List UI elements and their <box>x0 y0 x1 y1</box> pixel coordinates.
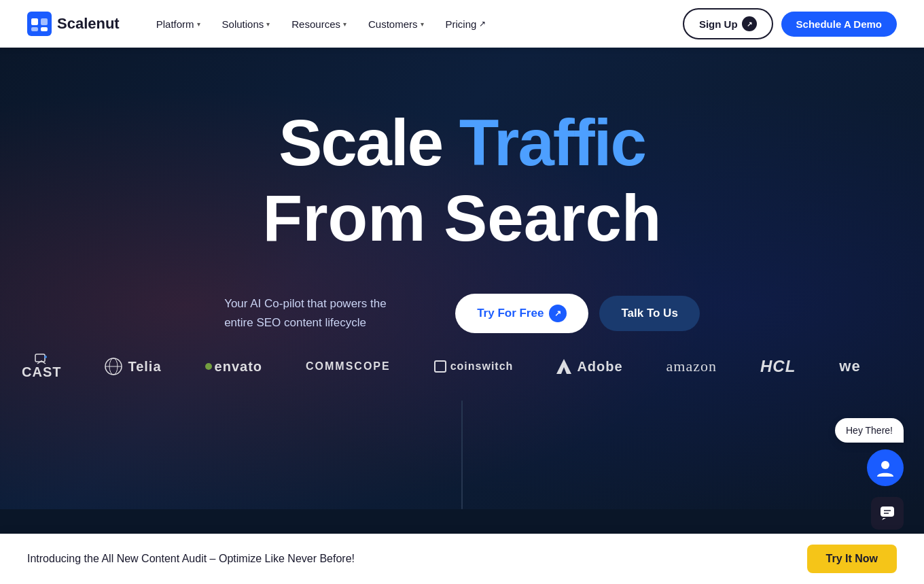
nav-item-solutions[interactable]: Solutions ▾ <box>213 13 280 35</box>
svg-rect-3 <box>31 27 38 31</box>
external-link-icon: ↗ <box>479 19 486 29</box>
adobe-label: Adobe <box>577 359 622 375</box>
nav-actions: Sign Up ↗ Schedule A Demo <box>683 8 897 39</box>
chevron-down-icon: ▾ <box>266 20 270 28</box>
hero-title-line1: Scale Traffic <box>263 109 662 177</box>
svg-rect-4 <box>41 27 48 31</box>
video-section <box>325 400 599 509</box>
nav-pricing-label: Pricing <box>446 18 477 30</box>
banner-text: Introducing the All New Content Audit – … <box>27 553 355 565</box>
logo-amazon: amazon <box>645 358 739 375</box>
logo-icon <box>27 12 52 36</box>
svg-point-6 <box>44 356 47 358</box>
signup-label: Sign Up <box>699 18 738 30</box>
chat-widget: Hey There! <box>835 418 904 530</box>
svg-rect-1 <box>31 18 38 25</box>
telia-icon <box>105 358 122 375</box>
envato-label: envato <box>215 359 262 375</box>
schedule-label: Schedule A Demo <box>796 18 882 30</box>
logo-telia: Telia <box>83 358 183 375</box>
svg-point-11 <box>881 461 889 469</box>
nav-item-platform[interactable]: Platform ▾ <box>147 13 210 35</box>
hero-title-line2: From Search <box>263 184 662 253</box>
try-now-label: Try It Now <box>826 553 878 564</box>
chat-avatar-button[interactable] <box>867 449 904 486</box>
nav-item-resources[interactable]: Resources ▾ <box>282 13 356 35</box>
logo[interactable]: Scalenut <box>27 12 120 36</box>
logo-commscope: COMMSCOPE <box>284 360 412 373</box>
chevron-down-icon: ▾ <box>197 20 200 28</box>
amazon-label: amazon <box>667 358 717 375</box>
hero-content: Scale Traffic From Search <box>236 68 689 294</box>
hero-title-c: c <box>610 106 645 179</box>
talk-label: Talk To Us <box>621 307 677 320</box>
logos-strip: CAST Telia envato COMMSCOPE coinswitch <box>0 333 924 394</box>
coinswitch-label: coinswitch <box>450 360 514 373</box>
cast-label: CAST <box>22 364 61 380</box>
logo-envato: envato <box>183 359 284 375</box>
hero-bottom: Your AI Co-pilot that powers the entire … <box>197 294 727 333</box>
try-for-free-button[interactable]: Try For Free ↗ <box>455 294 588 333</box>
talk-to-us-button[interactable]: Talk To Us <box>599 296 699 331</box>
logo-text: Scalenut <box>57 15 120 33</box>
telia-label: Telia <box>128 359 161 375</box>
logo-cast: CAST <box>0 354 83 380</box>
logo-hcl: HCL <box>739 357 817 376</box>
svg-rect-5 <box>35 354 45 362</box>
hero-description: Your AI Co-pilot that powers the entire … <box>224 294 414 331</box>
video-container[interactable] <box>461 400 463 509</box>
nav-solutions-label: Solutions <box>222 18 264 30</box>
commscope-label: COMMSCOPE <box>306 360 391 373</box>
signup-button[interactable]: Sign Up ↗ <box>683 8 773 39</box>
we-label: we <box>839 358 860 375</box>
hero-buttons: Try For Free ↗ Talk To Us <box>455 294 700 333</box>
nav-platform-label: Platform <box>156 18 194 30</box>
chat-icon <box>879 505 895 521</box>
nav-item-pricing[interactable]: Pricing ↗ <box>436 13 496 35</box>
chevron-down-icon: ▾ <box>421 20 424 28</box>
adobe-icon <box>556 359 571 374</box>
chevron-down-icon: ▾ <box>343 20 346 28</box>
hero-title-scale: Scale <box>279 106 459 179</box>
svg-rect-2 <box>41 18 48 25</box>
nav-customers-label: Customers <box>368 18 418 30</box>
chat-toggle-button[interactable] <box>871 497 904 530</box>
navbar: Scalenut Platform ▾ Solutions ▾ Resource… <box>0 0 924 48</box>
nav-item-customers[interactable]: Customers ▾ <box>359 13 433 35</box>
chat-bubble: Hey There! <box>835 418 904 443</box>
user-icon <box>875 458 895 478</box>
coinswitch-icon <box>434 360 446 373</box>
try-free-label: Try For Free <box>477 307 544 320</box>
hero-title-traffi: Traffi <box>459 106 611 179</box>
svg-rect-0 <box>27 12 52 36</box>
hcl-label: HCL <box>760 357 796 376</box>
try-free-arrow-icon: ↗ <box>549 305 567 322</box>
nav-links: Platform ▾ Solutions ▾ Resources ▾ Custo… <box>147 13 683 35</box>
cast-icon <box>35 354 48 364</box>
schedule-demo-button[interactable]: Schedule A Demo <box>781 12 897 37</box>
logo-adobe: Adobe <box>535 359 644 375</box>
logo-we: we <box>817 358 882 375</box>
svg-rect-12 <box>881 506 894 517</box>
envato-dot-icon <box>205 363 212 370</box>
try-now-button[interactable]: Try It Now <box>807 545 897 573</box>
nav-resources-label: Resources <box>291 18 340 30</box>
hero-section: Scale Traffic From Search Your AI Co-pil… <box>0 0 924 509</box>
logo-coinswitch: coinswitch <box>412 360 535 373</box>
bottom-banner: Introducing the All New Content Audit – … <box>0 534 924 584</box>
signup-arrow-icon: ↗ <box>742 16 757 31</box>
svg-marker-10 <box>556 359 571 374</box>
